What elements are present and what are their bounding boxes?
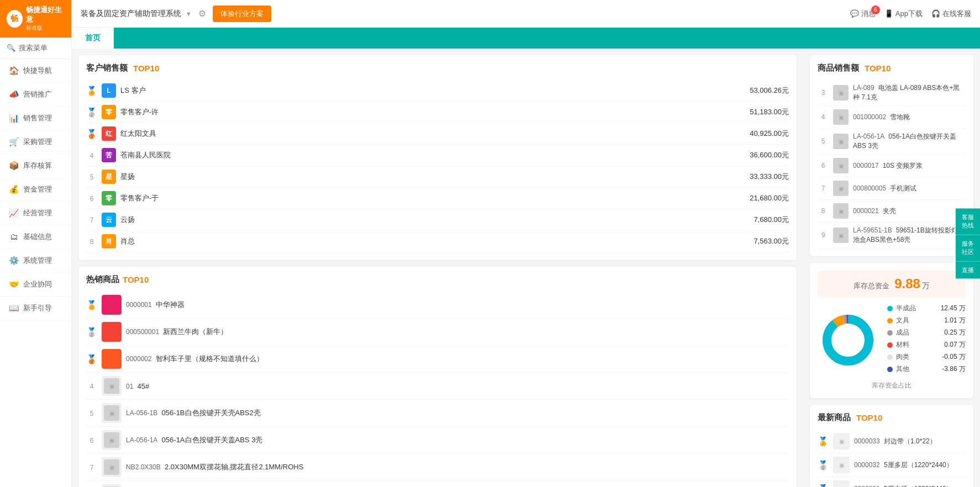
product-thumb [102, 322, 122, 342]
prod-thumb: ▣ [833, 181, 849, 196]
sidebar-icon-9: 🤝 [9, 279, 19, 289]
legend-dot [887, 330, 893, 336]
sidebar-item-1[interactable]: 📣营销推广 [0, 83, 71, 107]
hot-product-row: 🥉 0000002 智利车子里（规格不知道填什么） [86, 346, 789, 373]
rank-avatar: 零 [102, 105, 116, 119]
sidebar-search[interactable]: 🔍 搜索菜单 [0, 38, 71, 59]
sidebar-icon-0: 🏠 [9, 66, 19, 76]
float-btn-2[interactable]: 直播 [956, 261, 980, 278]
customer-row: 4 苦 苍南县人民医院 36,600.00元 [86, 145, 789, 166]
product-ranking-title: 商品销售额 TOP10 [818, 63, 966, 73]
prod-thumb: ▣ [833, 85, 849, 100]
app-download-button[interactable]: 📱 App下载 [884, 9, 923, 19]
rank-name: LS 客户 [120, 86, 745, 96]
prod-code: 001000002 [853, 113, 886, 121]
sidebar-icon-8: ⚙️ [9, 256, 19, 266]
message-icon: 💬 [850, 9, 859, 18]
nav-tabs: 首页 [72, 28, 980, 49]
sidebar-item-10[interactable]: 📖新手引导 [0, 297, 71, 320]
legend-item: 材料 0.07 万 [887, 340, 966, 350]
new-product-row: 🥉 ▣ 0000031 5厘中纤（1220*2440） [818, 477, 966, 487]
sidebar-label-6: 经营管理 [23, 208, 52, 218]
sidebar-item-7[interactable]: 🗂基础信息 [0, 225, 71, 249]
product-name: 056-1B白色按键开关壳ABS2壳 [160, 409, 261, 417]
topbar-right: 💬 消息 6 📱 App下载 🎧 在线客服 [850, 9, 971, 19]
sidebar-icon-5: 💰 [9, 184, 19, 194]
product-code: 000500001 [126, 328, 159, 336]
sidebar-item-6[interactable]: 📈经营管理 [0, 202, 71, 225]
rank-name: 苍南县人民医院 [120, 150, 745, 160]
legend-item: 成品 0.25 万 [887, 328, 966, 337]
prod-info: LA-089 电池盖 LA-089 ABS本色+黑种 7.1克 [853, 83, 966, 102]
hot-product-row: 4 ▣ 01 45# [86, 373, 789, 400]
inventory-unit: 万 [922, 281, 930, 290]
rank-avatar: 星 [102, 170, 116, 184]
legend-name: 材料 [896, 340, 941, 350]
rank-medal: 🥉 [86, 129, 97, 139]
float-btn-1[interactable]: 服务 社区 [956, 235, 980, 261]
tab-home[interactable]: 首页 [72, 28, 114, 49]
rank-name: 肖总 [120, 236, 749, 246]
message-button[interactable]: 💬 消息 6 [850, 9, 876, 19]
legend-value: 0.25 万 [944, 328, 966, 337]
hot-products-card: 热销商品 TOP10 🏅 0000001 中华神器 🥈 000500001 新西… [78, 267, 797, 487]
svg-point-1 [827, 319, 869, 361]
prod-rank-num: 5 [818, 137, 829, 145]
main-area: 装备及固定资产辅助管理系统 ▼ ⚙ 体验行业方案 💬 消息 6 📱 App下载 … [72, 0, 980, 487]
prod-code: 000800005 [853, 184, 886, 192]
prod-info: 0000021 夹壳 [853, 207, 966, 216]
product-placeholder: ▣ [104, 405, 119, 421]
prod-rank-num: 7 [818, 184, 829, 192]
product-name: 2.0X30MM双摆花轴,摆花直径2.1MM/ROHS [162, 463, 303, 471]
prod-code: 0000021 [853, 207, 879, 215]
product-thumb: ▣ [102, 403, 122, 423]
rank-name: 云扬 [120, 215, 749, 225]
prod-rank-num: 9 [818, 231, 829, 239]
sidebar-item-4[interactable]: 📦库存核算 [0, 154, 71, 178]
prod-info: 000800005 手机测试 [853, 184, 966, 193]
rank-medal: 🥈 [86, 107, 97, 118]
sidebar-item-9[interactable]: 🤝企业协同 [0, 273, 71, 297]
sidebar-icon-3: 🛒 [9, 137, 19, 147]
sidebar-icon-1: 📣 [9, 89, 19, 99]
sidebar-item-2[interactable]: 📊销售管理 [0, 107, 71, 130]
trial-button[interactable]: 体验行业方案 [213, 6, 271, 22]
float-btn-0[interactable]: 客服 热线 [956, 209, 980, 235]
sidebar-item-5[interactable]: 💰资金管理 [0, 178, 71, 202]
product-placeholder: ▣ [104, 459, 119, 475]
product-info: 01 45# [126, 382, 789, 390]
product-code: LA-056-1A [126, 436, 157, 444]
prod-name: 夹壳 [881, 207, 895, 215]
new-prod-name: 5厘中纤（1220*2440） [884, 485, 953, 488]
prod-thumb: ▣ [833, 109, 849, 125]
sidebar-label-8: 系统管理 [23, 256, 52, 266]
product-name: 中华神器 [154, 300, 185, 309]
rank-amount: 40,925.00元 [750, 129, 789, 139]
legend-list: 半成品 12.45 万 文具 1.01 万 成品 0.25 万 材料 0.07 … [887, 304, 966, 377]
legend-dot [887, 318, 893, 324]
legend-dot [887, 306, 893, 311]
sidebar-label-0: 快捷导航 [23, 66, 52, 76]
product-code: 0000001 [126, 301, 152, 309]
new-prod-thumb: ▣ [833, 480, 850, 487]
product-name: 056-1A白色按键开关盖ABS 3壳 [160, 436, 262, 444]
sidebar-item-0[interactable]: 🏠快捷导航 [0, 59, 71, 83]
prod-rank-num: 8 [818, 207, 829, 215]
service-button[interactable]: 🎧 在线客服 [931, 9, 971, 19]
app-label: App下载 [895, 9, 923, 19]
rank-avatar: 肖 [102, 234, 116, 248]
product-rank-row: 5 ▣ LA-056-1A 056-1A白色按键开关盖ABS 3壳 [818, 129, 966, 155]
sidebar-icon-4: 📦 [9, 161, 19, 171]
sidebar-label-5: 资金管理 [23, 184, 52, 194]
sidebar-icon-2: 📊 [9, 113, 19, 123]
rank-avatar: 零 [102, 191, 116, 205]
new-prod-rank: 🥈 [818, 460, 829, 470]
hot-rank-medal: 4 [86, 382, 97, 390]
sidebar-item-8[interactable]: ⚙️系统管理 [0, 249, 71, 273]
sidebar-label-2: 销售管理 [23, 113, 52, 123]
sidebar-item-3[interactable]: 🛒采购管理 [0, 130, 71, 154]
sidebar-icon-6: 📈 [9, 208, 19, 218]
product-thumb [102, 295, 122, 315]
gear-icon[interactable]: ⚙ [198, 8, 206, 19]
system-selector[interactable]: 装备及固定资产辅助管理系统 ▼ [81, 9, 192, 19]
